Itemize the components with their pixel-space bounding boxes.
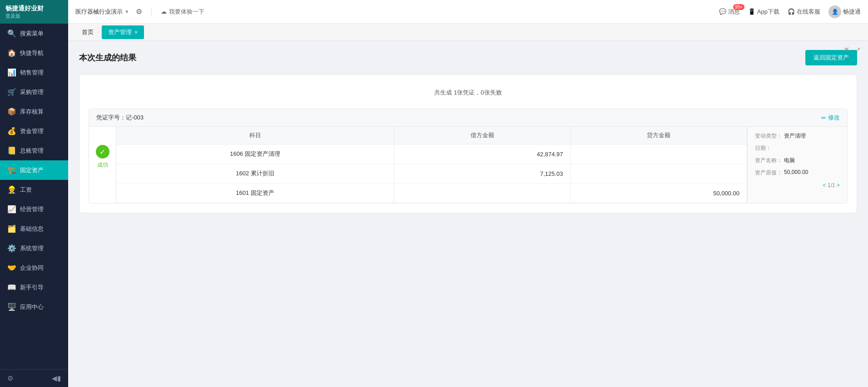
sidebar-item-label: 采购管理 [20,88,44,96]
next-page-icon[interactable]: > [837,182,840,189]
sidebar-item-label: 基础信息 [20,225,44,233]
sidebar-item-purchase[interactable]: 🛒 采购管理 [0,82,68,102]
credit-cell [570,164,747,184]
company-name: 医疗器械行业演示 [75,8,123,16]
col-header-subject: 科目 [116,127,394,144]
settings-gear-icon[interactable]: ⚙ [136,7,142,16]
payroll-icon: 👷 [7,185,16,194]
avatar: 👤 [828,5,841,18]
close-panel-icon[interactable]: ✕ [842,45,851,55]
experience-label: 我要体验一下 [169,8,204,16]
company-selector[interactable]: 医疗器械行业演示 ▾ [75,8,129,16]
sidebar-item-app-center[interactable]: 🖥️ 应用中心 [0,297,68,317]
edit-icon: ✏ [821,114,826,121]
app-center-icon: 🖥️ [7,303,16,311]
settings-icon[interactable]: ⚙ [7,374,13,382]
user-menu[interactable]: 👤 畅捷通 [828,5,861,18]
experience-button[interactable]: ☁ 我要体验一下 [161,8,204,16]
content-area: ✕ ⤢ 本次生成的结果 返回固定资产 共生成 1张凭证，0张失败 凭证字号：记-… [68,41,868,387]
online-service-label: 在线客服 [797,8,820,16]
success-check-icon: ✓ [96,145,109,159]
sidebar-item-payroll[interactable]: 👷 工资 [0,180,68,199]
sales-icon: 📊 [7,68,16,77]
result-summary: 共生成 1张凭证，0张失败 [89,84,848,101]
sidebar-item-label: 固定资产 [20,166,44,174]
sidebar-item-inventory[interactable]: 📦 库存核算 [0,102,68,121]
topbar: 医疗器械行业演示 ▾ ⚙ ☁ 我要体验一下 💬 消息 99+ 📱 App下载 🎧… [68,0,868,24]
topbar-divider [151,7,152,16]
sidebar-item-capital[interactable]: 💰 资金管理 [0,121,68,141]
base-info-icon: 🗂️ [7,224,16,233]
sidebar-item-label: 新手引导 [20,283,44,292]
sidebar-item-label: 经营管理 [20,205,44,213]
tab-close-icon[interactable]: × [134,29,138,35]
asset-value-label: 资产原值： [755,169,782,177]
prev-page-icon[interactable]: < [823,182,826,189]
sidebar-item-label: 快捷导航 [20,49,44,57]
debit-cell: 42,874.97 [394,144,570,164]
tab-label: 资产管理 [108,28,132,36]
sidebar-item-label: 工资 [20,186,32,194]
online-service-button[interactable]: 🎧 在线客服 [788,8,820,16]
sidebar-item-system[interactable]: ⚙️ 系统管理 [0,238,68,258]
pagination-info: 1/1 [828,182,837,189]
side-pagination: < 1/1 > [755,182,840,189]
sidebar-item-sales[interactable]: 📊 销售管理 [0,63,68,82]
debit-cell: 7,125.03 [394,164,570,184]
sidebar-footer: ⚙ ◀▮ [0,369,68,387]
voucher-number: 凭证字号：记-003 [96,114,144,122]
home-icon: 🏠 [7,49,16,57]
edit-label: 修改 [828,114,840,122]
messages-button[interactable]: 💬 消息 99+ [719,8,740,16]
page-title: 本次生成的结果 [79,52,136,63]
voucher-table: ✓ 成功 科目 借方金额 贷方金额 [89,127,847,203]
sidebar-item-guide[interactable]: 📖 新手引导 [0,278,68,297]
change-type-row: 变动类型： 资产清理 [755,132,840,140]
date-row: 日期： [755,144,840,152]
sidebar-nav: 🔍 搜索菜单 🏠 快捷导航 📊 销售管理 🛒 采购管理 📦 库存核算 💰 资金管… [0,24,68,369]
voucher-data-table: 科目 借方金额 贷方金额 1606 固定资产清理 42,874.97 [116,127,747,203]
inventory-icon: 📦 [7,107,16,116]
app-download-label: App下载 [757,8,779,16]
chevron-down-icon: ▾ [125,8,129,15]
table-row: 1601 固定资产 50,000.00 [116,184,747,203]
sidebar-item-search[interactable]: 🔍 搜索菜单 [0,24,68,43]
app-download-button[interactable]: 📱 App下载 [748,8,779,16]
date-label: 日期： [755,144,771,152]
credit-cell: 50,000.00 [570,184,747,203]
expand-panel-icon[interactable]: ⤢ [853,45,863,55]
sidebar-item-label: 企业协同 [20,264,44,272]
system-icon: ⚙️ [7,244,16,253]
tabs-bar: 首页 资产管理 × [68,24,868,41]
sidebar-item-label: 系统管理 [20,244,44,253]
sidebar-item-enterprise[interactable]: 🤝 企业协同 [0,258,68,278]
col-header-debit: 借方金额 [394,127,570,144]
table-row: 1606 固定资产清理 42,874.97 [116,144,747,164]
success-label: 成功 [97,161,108,169]
subject-cell: 1602 累计折旧 [116,164,394,184]
tab-asset-mgmt[interactable]: 资产管理 × [102,25,144,39]
voucher-header: 凭证字号：记-003 ✏ 修改 [89,109,847,127]
sidebar-item-label: 销售管理 [20,69,44,77]
tab-home[interactable]: 首页 [75,25,100,39]
enterprise-icon: 🤝 [7,263,16,272]
sidebar-item-base-info[interactable]: 🗂️ 基础信息 [0,219,68,238]
download-icon: 📱 [748,8,755,15]
subject-cell: 1601 固定资产 [116,184,394,203]
sidebar-item-quick-nav[interactable]: 🏠 快捷导航 [0,43,68,63]
sidebar-item-operations[interactable]: 📈 经营管理 [0,199,68,219]
fixed-assets-icon: 🏗️ [7,166,16,174]
message-icon: 💬 [719,8,726,15]
capital-icon: 💰 [7,127,16,135]
app-subtitle: 普及版 [5,13,20,20]
asset-name-row: 资产名称： 电脑 [755,157,840,164]
edit-button[interactable]: ✏ 修改 [821,114,840,122]
sidebar-item-label: 搜索菜单 [20,30,44,38]
asset-name-value: 电脑 [784,157,795,164]
asset-value-value: 50,000.00 [784,169,808,175]
sidebar-item-ledger[interactable]: 📒 总账管理 [0,141,68,160]
success-column: ✓ 成功 [89,127,116,203]
collapse-icon[interactable]: ◀▮ [52,374,61,382]
subject-cell: 1606 固定资产清理 [116,144,394,164]
sidebar-item-fixed-assets[interactable]: 🏗️ 固定资产 [0,160,68,180]
